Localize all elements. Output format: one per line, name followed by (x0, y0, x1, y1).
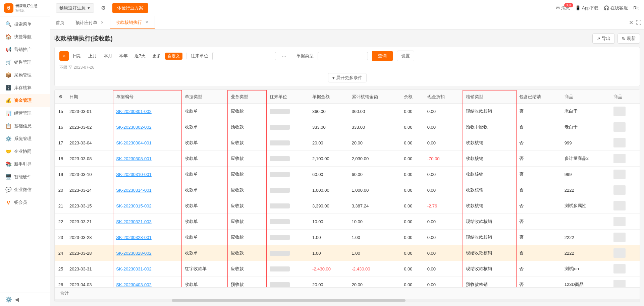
cell-goods2-8 (611, 230, 640, 245)
tab-collection[interactable]: 收款核销执行 ✕ (110, 16, 155, 29)
cell-biz-type-3: 应收款 (228, 151, 267, 167)
cell-cash-discount-0: 0.00 (425, 104, 463, 119)
cell-balance-11: 0.00 (401, 277, 425, 288)
expand-more-button[interactable]: ▾ 展开更多条件 (328, 73, 367, 82)
cell-accum-amount-2: 20.00 (349, 135, 401, 151)
message-button[interactable]: ✉ 消息 99+ (556, 5, 570, 11)
filter-settings-button[interactable]: 设置 (397, 51, 414, 61)
sidebar-label-member: 畅会员 (14, 199, 27, 205)
tab-prepayment-close[interactable]: ✕ (99, 20, 105, 25)
cell-goods2-2 (611, 135, 640, 151)
gear-button[interactable]: ⚙ (98, 3, 108, 13)
filter-partner-label: 往来单位 (191, 53, 208, 59)
sidebar-item-finance[interactable]: 💰 资金管理 (0, 94, 50, 107)
sidebar-item-member[interactable]: V 畅会员 (0, 196, 50, 209)
cell-bill-amount-9: 1.00 (310, 245, 349, 261)
settings-footer-icon[interactable]: ⚙️ (5, 296, 12, 303)
sidebar-label-corp: 企业协同 (14, 148, 32, 155)
cell-accum-amount-0: 360.00 (349, 104, 401, 119)
sidebar-item-business[interactable]: 📊 经营管理 (0, 107, 50, 120)
export-button[interactable]: ↗ 导出 (592, 34, 615, 44)
scrollbar-thumb[interactable] (172, 299, 406, 302)
service-label: 在线客服 (610, 5, 628, 11)
cell-biz-type-7: 应收款 (228, 214, 267, 230)
tab-close-all-icon[interactable]: ✕ (629, 19, 633, 26)
query-button[interactable]: 查询 (372, 51, 393, 61)
sidebar-item-hardware[interactable]: 🖥️ 智能硬件 (0, 171, 50, 183)
cell-bill-amount-8: 1.00 (310, 230, 349, 245)
cell-date-8: 2023-03-28 (67, 230, 113, 245)
tab-home-label: 首页 (56, 20, 64, 26)
cell-seq-10: 25 (55, 261, 67, 277)
cell-cancel-type-8: 现结收款核销 (463, 230, 516, 245)
sidebar-item-corp[interactable]: 🤝 企业协同 (0, 145, 50, 158)
cell-goods-10: 测试jun (562, 261, 611, 277)
main-area: 畅康道好生意 ▼ ⚙ 体验行业方案 ✉ 消息 99+ 📱 App下载 🎧 在线客… (50, 0, 644, 306)
cell-cancel-type-2: 收款核销 (463, 135, 516, 151)
cell-bill-no-0: SK-20230301-002 (113, 104, 182, 119)
tab-home[interactable]: 首页 (50, 16, 70, 29)
sidebar-item-wechat[interactable]: 💬 企业微信 (0, 183, 50, 196)
cell-date-7: 2023-03-21 (67, 214, 113, 230)
cell-accum-amount-8: 1.00 (349, 230, 401, 245)
partner-input[interactable] (212, 52, 276, 60)
cell-goods-2: 999 (562, 135, 611, 151)
sidebar-item-purchase[interactable]: 📦 采购管理 (0, 69, 50, 81)
date-btn-thisyear[interactable]: 本年 (116, 52, 130, 60)
hardware-icon: 🖥️ (5, 174, 11, 180)
sidebar-item-sales[interactable]: 🛒 销售管理 (0, 56, 50, 69)
cell-balance-6: 0.00 (401, 198, 425, 214)
filter-expand-toggle[interactable]: » (59, 51, 69, 61)
cell-bill-no-3: SK-20230308-001 (113, 151, 182, 167)
date-btn-lastmonth[interactable]: 上月 (86, 52, 100, 60)
collapse-icon[interactable]: ◀ (15, 296, 19, 303)
custom-date-button[interactable]: 自定义 (165, 53, 182, 60)
date-btn-7days[interactable]: 近7天 (132, 52, 148, 60)
cell-include-settled-11: 否 (516, 277, 562, 288)
finance-icon: 💰 (5, 98, 11, 104)
message-badge: 99+ (564, 3, 573, 7)
cell-cancel-type-11: 预收款核销 (463, 277, 516, 288)
refresh-button[interactable]: ↻ 刷新 (618, 34, 640, 44)
cell-bill-amount-5: 1,000.00 (310, 182, 349, 198)
message-icon: ✉ (556, 5, 560, 10)
cell-bill-type-6: 收款单 (182, 198, 228, 214)
user-name[interactable]: Rit (633, 5, 639, 10)
table-row: 19 2023-03-10 SK-20230310-001 收款单 应收款 **… (55, 167, 640, 182)
sidebar-item-search[interactable]: 🔍 搜索菜单 (0, 18, 50, 30)
cell-balance-2: 0.00 (401, 135, 425, 151)
sidebar-item-quicknav[interactable]: 🏠 快捷导航 (0, 30, 50, 43)
cell-goods-4: 999 (562, 167, 611, 182)
sidebar-item-guide[interactable]: 📚 新手引导 (0, 158, 50, 171)
cell-partner-11: **** (267, 277, 310, 288)
home-icon: 🏠 (5, 34, 11, 40)
tab-collection-close[interactable]: ✕ (144, 20, 149, 25)
cell-partner-6: **** (267, 198, 310, 214)
sidebar-item-inventory[interactable]: 🗄️ 库存核算 (0, 81, 50, 94)
cell-bill-type-10: 红字收款单 (182, 261, 228, 277)
col-header-settings[interactable]: ⚙ (55, 90, 67, 104)
date-btn-more[interactable]: 更多 (150, 52, 164, 60)
cell-seq-2: 17 (55, 135, 67, 151)
cell-goods-0: 老白干 (562, 104, 611, 119)
col-header-bill-type: 单据类型 (182, 90, 228, 104)
filter-separator-1 (186, 53, 187, 59)
sidebar-item-system[interactable]: ⚙️ 系统管理 (0, 132, 50, 145)
sidebar-item-marketing[interactable]: 📢 营销推广 (0, 43, 50, 56)
horizontal-scrollbar[interactable] (55, 299, 640, 302)
sidebar-item-basic[interactable]: 📋 基础信息 (0, 120, 50, 132)
table-container[interactable]: ⚙ 日期 单据编号 单据类型 业务类型 往来单位 单据金额 累计核销金额 余额 … (55, 90, 640, 287)
cell-balance-5: 0.00 (401, 182, 425, 198)
cell-bill-amount-0: 360.00 (310, 104, 349, 119)
bill-type-select[interactable]: 收款单 红字收款单 (318, 52, 368, 60)
tab-fullscreen-icon[interactable]: ⛶ (636, 20, 641, 26)
tab-prepayment[interactable]: 预计应付单 ✕ (70, 16, 110, 29)
online-service-button[interactable]: 🎧 在线客服 (604, 5, 628, 11)
solution-button[interactable]: 体验行业方案 (112, 3, 148, 13)
cell-balance-10: 0.00 (401, 261, 425, 277)
system-icon: ⚙️ (5, 136, 11, 142)
filter-dots[interactable]: ··· (280, 53, 288, 60)
date-btn-thismonth[interactable]: 本月 (101, 52, 115, 60)
company-dropdown[interactable]: 畅康道好生意 ▼ (56, 3, 94, 13)
app-download-button[interactable]: 📱 App下载 (575, 5, 598, 11)
